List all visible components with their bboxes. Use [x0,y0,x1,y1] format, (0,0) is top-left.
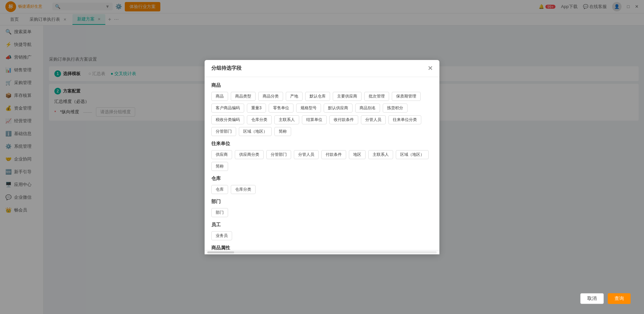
modal-horizontal-scrollbar[interactable] [205,250,439,254]
field-tag-0-4[interactable]: 默认仓库 [305,92,330,101]
section-title-5: 商品属性 [211,245,433,250]
section-tags-0: 商品商品类型商品分类产地默认仓库主要供应商批次管理保质期管理客户商品编码重量3零… [211,92,433,136]
field-tag-0-7[interactable]: 保质期管理 [392,92,421,101]
field-tag-1-6[interactable]: 主联系人 [368,150,393,159]
field-tag-0-16[interactable]: 仓库分类 [247,115,272,124]
field-tag-1-7[interactable]: 区域（地区） [396,150,429,159]
section-title-0: 商品 [211,82,433,88]
field-tag-1-5[interactable]: 地区 [349,150,366,159]
modal-title: 分组待选字段 [211,65,241,71]
field-tag-0-21[interactable]: 往来单位分类 [388,115,421,124]
field-select-modal: 分组待选字段 ✕ 商品商品商品类型商品分类产地默认仓库主要供应商批次管理保质期管… [205,60,439,254]
field-tag-1-4[interactable]: 付款条件 [321,150,346,159]
field-tag-0-18[interactable]: 结算单位 [302,115,327,124]
section-tags-2: 仓库仓库分类 [211,185,433,194]
field-tag-0-2[interactable]: 商品分类 [258,92,283,101]
field-tag-0-24[interactable]: 简称 [274,127,291,136]
field-tag-3-0[interactable]: 部门 [211,208,228,217]
field-tag-0-14[interactable]: 拣货积分 [383,104,408,113]
modal-body: 商品商品商品类型商品分类产地默认仓库主要供应商批次管理保质期管理客户商品编码重量… [205,77,439,250]
field-tag-0-3[interactable]: 产地 [286,92,303,101]
field-tag-0-19[interactable]: 收付款条件 [329,115,358,124]
field-tag-0-20[interactable]: 分管人员 [361,115,386,124]
field-tag-0-8[interactable]: 客户商品编码 [211,104,244,113]
field-tag-0-5[interactable]: 主要供应商 [333,92,362,101]
field-tag-0-12[interactable]: 默认供应商 [324,104,353,113]
field-tag-0-22[interactable]: 分管部门 [211,127,236,136]
field-tag-1-0[interactable]: 供应商 [211,150,232,159]
section-tags-4: 业务员 [211,231,433,240]
field-tag-1-8[interactable]: 简称 [211,162,228,171]
field-tag-2-1[interactable]: 仓库分类 [231,185,256,194]
section-title-2: 仓库 [211,176,433,182]
field-tag-1-2[interactable]: 分管部门 [266,150,291,159]
modal-header: 分组待选字段 ✕ [205,60,439,77]
modal-close-button[interactable]: ✕ [428,65,433,72]
field-tag-0-0[interactable]: 商品 [211,92,228,101]
field-tag-0-13[interactable]: 商品别名 [355,104,380,113]
footer-buttons: 取消 查询 [580,293,631,304]
field-tag-1-3[interactable]: 分管人员 [294,150,319,159]
field-tag-0-17[interactable]: 主联系人 [274,115,299,124]
confirm-button[interactable]: 查询 [608,293,631,304]
section-title-3: 部门 [211,199,433,205]
section-tags-1: 供应商供应商分类分管部门分管人员付款条件地区主联系人区域（地区）简称 [211,150,433,171]
field-tag-0-15[interactable]: 税收分类编码 [211,115,244,124]
section-title-4: 员工 [211,222,433,228]
field-tag-0-11[interactable]: 规格型号 [296,104,321,113]
field-tag-1-1[interactable]: 供应商分类 [235,150,264,159]
field-tag-0-1[interactable]: 商品类型 [231,92,256,101]
field-tag-0-6[interactable]: 批次管理 [364,92,389,101]
field-tag-2-0[interactable]: 仓库 [211,185,228,194]
section-tags-3: 部门 [211,208,433,217]
field-tag-0-9[interactable]: 重量3 [247,104,266,113]
field-tag-4-0[interactable]: 业务员 [211,231,232,240]
cancel-button[interactable]: 取消 [580,293,604,304]
field-tag-0-23[interactable]: 区域（地区） [239,127,272,136]
field-tag-0-10[interactable]: 零售单位 [269,104,293,113]
section-title-1: 往来单位 [211,141,433,147]
